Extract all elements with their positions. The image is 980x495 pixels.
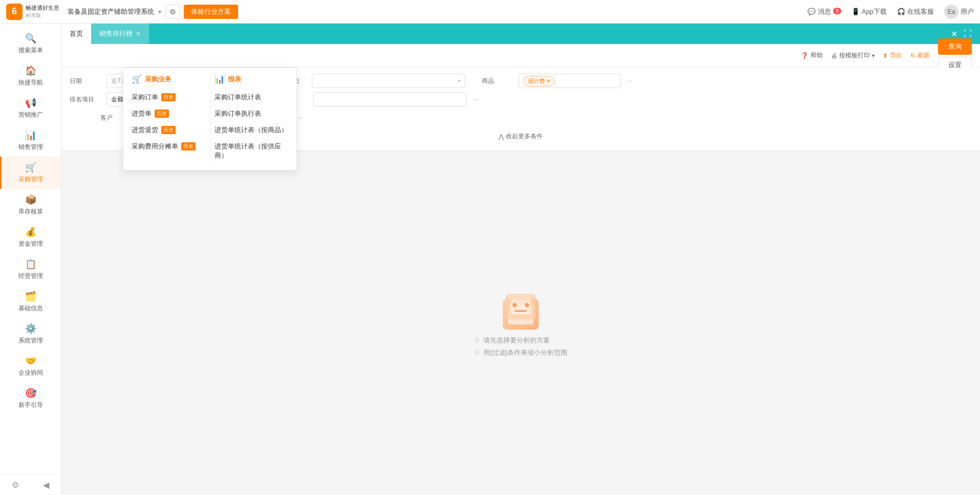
- salesman-filter-input[interactable]: [313, 92, 467, 106]
- avatar-initials: Ea: [948, 8, 955, 15]
- sidebar-item-purchase[interactable]: 🛒 采购管理: [0, 157, 61, 189]
- sidebar-label-marketing: 营销推广: [18, 111, 43, 119]
- sidebar-label-purchase: 采购管理: [18, 175, 43, 184]
- purchase-section-label: 采购业务: [145, 75, 172, 84]
- dropdown-report-col: 📊 报表 采购订单统计表 采购订单执行表 进货单统计表（按商品） 进货单统计表（…: [215, 74, 289, 164]
- dropdown-stock-stats-supplier[interactable]: 进货单统计表（按供应商）: [215, 138, 289, 164]
- report-section-label: 报表: [228, 75, 241, 84]
- svg-point-3: [525, 303, 529, 307]
- main-body: 🔍 搜索菜单 🏠 快捷导航 📢 营销推广 📊 销售管理 🛒 采购管理 📦 库存核…: [0, 24, 980, 495]
- basic-info-icon: 🗂️: [25, 291, 36, 302]
- sales-icon: 📊: [25, 130, 36, 141]
- query-button[interactable]: 查询: [938, 38, 972, 55]
- goods-tag-close-icon[interactable]: ✕: [546, 78, 550, 84]
- dropdown-purchase-order[interactable]: 采购订单 历史: [132, 89, 206, 105]
- print-template-button[interactable]: 🖨 按模板打印 ▾: [831, 51, 875, 60]
- sidebar-item-search[interactable]: 🔍 搜索菜单: [0, 28, 61, 60]
- tab-close-icon[interactable]: ✕: [136, 30, 141, 37]
- sidebar-item-finance[interactable]: 💰 资金管理: [0, 221, 61, 253]
- app-download-label: App下载: [862, 7, 887, 16]
- dropdown-purchase-expense[interactable]: 采购费用分摊单 历史: [132, 138, 206, 155]
- sidebar-label-inventory: 库存核算: [18, 207, 43, 216]
- toolbar: ❓ 帮助 🖨 按模板打印 ▾ ⬆ 导出 ↻ 刷新 查询 设置: [61, 44, 980, 68]
- sidebar-item-inventory[interactable]: 📦 库存核算: [0, 189, 61, 221]
- guide-icon: 🎯: [25, 388, 36, 399]
- operations-icon: 📋: [25, 259, 36, 270]
- sidebar-collapse-button[interactable]: ◀: [43, 480, 49, 490]
- message-icon: 💬: [807, 8, 816, 15]
- content-area: 首页 销售排行榜 ✕ ✕ ⛶ ❓ 帮助 🖨 按模板打印 ▾: [61, 24, 980, 495]
- message-button[interactable]: 💬 消息 9: [807, 7, 841, 16]
- home-tab-label: 首页: [70, 29, 83, 38]
- sidebar: 🔍 搜索菜单 🏠 快捷导航 📢 营销推广 📊 销售管理 🛒 采购管理 📦 库存核…: [0, 24, 61, 495]
- sidebar-item-quick-nav[interactable]: 🏠 快捷导航: [0, 60, 61, 92]
- sidebar-settings-button[interactable]: ⚙: [12, 480, 19, 490]
- help-button[interactable]: ❓ 帮助: [801, 51, 823, 60]
- sidebar-item-sales[interactable]: 📊 销售管理: [0, 124, 61, 157]
- sales-rank-tab-label: 销售排行榜: [99, 29, 133, 38]
- dropdown-columns: 🛒 采购业务 采购订单 历史 进货单 历史 进货退货 历史: [123, 74, 296, 164]
- goods-filter-dots[interactable]: ···: [627, 77, 632, 84]
- dropdown-stock-stats-goods[interactable]: 进货单统计表（按商品）: [215, 122, 289, 138]
- dropdown-purchase-order-stats[interactable]: 采购订单统计表: [215, 89, 289, 105]
- sidebar-item-system[interactable]: ⚙️ 系统管理: [0, 318, 61, 350]
- purchase-section-icon: 🛒: [132, 74, 142, 84]
- dropdown-purchase-col: 🛒 采购业务 采购订单 历史 进货单 历史 进货退货 历史: [132, 74, 206, 164]
- logo-icon: 6: [6, 4, 23, 20]
- dropdown-stock-return[interactable]: 进货退货 历史: [132, 122, 206, 138]
- purchase-order-history-badge: 历史: [161, 93, 176, 101]
- sidebar-item-basic-info[interactable]: 🗂️ 基础信息: [0, 286, 61, 318]
- dropdown-purchase-title: 🛒 采购业务: [132, 74, 206, 84]
- system-icon: ⚙️: [25, 323, 36, 334]
- sidebar-item-marketing[interactable]: 📢 营销推广: [0, 92, 61, 124]
- online-service-button[interactable]: 🎧 在线客服: [897, 7, 934, 16]
- purchase-icon: 🛒: [25, 162, 36, 173]
- headset-icon: 🎧: [897, 8, 905, 15]
- avatar: Ea: [944, 5, 958, 19]
- salesman-filter-dots[interactable]: ···: [473, 96, 478, 103]
- app-download-button[interactable]: 📱 App下载: [851, 7, 887, 16]
- stock-return-history-badge: 历史: [161, 126, 176, 134]
- dropdown-purchase-order-exec[interactable]: 采购订单执行表: [215, 105, 289, 122]
- title-arrow-icon: ▾: [158, 8, 161, 15]
- message-label: 消息: [818, 7, 831, 16]
- purchase-order-label: 采购订单: [132, 93, 158, 102]
- refresh-button[interactable]: ↻ 刷新: [910, 51, 930, 60]
- settings-gear-button[interactable]: ⚙: [165, 5, 180, 19]
- tab-home[interactable]: 首页: [61, 24, 91, 44]
- export-button[interactable]: ⬆ 导出: [883, 51, 902, 60]
- export-label: 导出: [890, 51, 902, 60]
- online-service-label: 在线客服: [907, 7, 934, 16]
- stock-in-label: 进货单: [132, 109, 152, 118]
- sidebar-item-guide[interactable]: 🎯 新手引导: [0, 382, 61, 415]
- date-filter-label: 日期: [70, 77, 100, 85]
- purchase-order-stats-label: 采购订单统计表: [215, 93, 261, 102]
- empty-hint1: 请先选择要分析的方案: [483, 336, 550, 345]
- message-badge: 9: [833, 8, 841, 14]
- customer-filter-dots[interactable]: ···: [297, 114, 302, 121]
- phone-icon: 📱: [851, 8, 860, 15]
- dropdown-stock-in[interactable]: 进货单 历史: [132, 105, 206, 122]
- tab-sales-rank[interactable]: 销售排行榜 ✕: [91, 24, 149, 44]
- user-area[interactable]: Ea 用户: [944, 5, 974, 19]
- purchase-expense-history-badge: 历史: [181, 142, 196, 150]
- sidebar-item-operations[interactable]: 📋 经营管理: [0, 253, 61, 286]
- sidebar-item-cooperation[interactable]: 🤝 企业协同: [0, 350, 61, 382]
- marketing-icon: 📢: [25, 97, 36, 109]
- status-dropdown-icon: ▾: [458, 77, 461, 84]
- goods-filter-input[interactable]: 设计费 ✕: [519, 74, 621, 88]
- sidebar-label-guide: 新手引导: [18, 401, 43, 410]
- industry-button[interactable]: 体验行业方案: [184, 5, 238, 19]
- stock-return-label: 进货退货: [132, 125, 158, 135]
- empty-state: ① 请先选择要分析的方案 ② 用[过滤]条件来缩小分析范围: [61, 150, 980, 495]
- rank-filter-label: 排名项目: [70, 95, 100, 104]
- help-icon: ❓: [801, 52, 808, 59]
- empty-hint-list: ① 请先选择要分析的方案 ② 用[过滤]条件来缩小分析范围: [474, 336, 567, 357]
- sidebar-label-quick-nav: 快捷导航: [18, 78, 43, 87]
- header-title-area: 装备及固定资产辅助管理系统 ▾ ⚙ 体验行业方案: [68, 5, 807, 19]
- home-icon: 🏠: [25, 65, 36, 76]
- goods-filter-label: 商品: [482, 77, 513, 85]
- status-filter-input[interactable]: ▾: [312, 74, 465, 88]
- purchase-expense-label: 采购费用分摊单: [132, 142, 178, 151]
- export-icon: ⬆: [883, 52, 888, 59]
